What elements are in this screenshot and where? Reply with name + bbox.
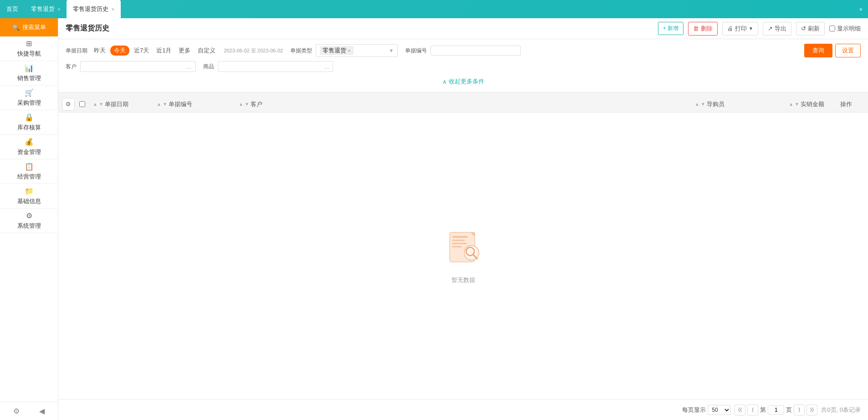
filter-row-2: 客户 ... 商品 ... xyxy=(66,61,861,72)
page-input[interactable] xyxy=(768,405,784,415)
sidebar-item-system[interactable]: ⚙ 系统管理 xyxy=(0,209,58,233)
display-detail-checkbox: 显示明细 xyxy=(829,25,861,33)
sidebar-item-purchase[interactable]: 🛒 采购管理 xyxy=(0,86,58,110)
export-button[interactable]: ↗ 导出 xyxy=(763,22,791,36)
date-btn-more[interactable]: 更多 xyxy=(176,46,193,56)
quick-nav-icon: ⊞ xyxy=(26,39,32,48)
tab-home[interactable]: 首页 xyxy=(0,0,25,18)
tab-return[interactable]: 零售退货 × xyxy=(25,0,67,18)
empty-illustration xyxy=(441,228,486,269)
sidebar-item-sales-label: 销售管理 xyxy=(17,74,41,82)
th-num-label: 单据编号 xyxy=(169,100,192,108)
customer-filter-group: 客户 ... xyxy=(66,61,196,72)
sort-down-icon-5: ▼ xyxy=(795,102,799,107)
filter-area: 单据日期 昨天 今天 近7天 近1月 更多 自定义 2023-06-02 至 2… xyxy=(58,39,868,92)
system-icon: ⚙ xyxy=(26,211,32,220)
sidebar-nav: ⊞ 快捷导航 📊 销售管理 🛒 采购管理 🔒 库存核算 💰 资金管理 📋 xyxy=(0,36,58,402)
tab-return-history[interactable]: 零售退货历史 × xyxy=(67,0,120,18)
th-customer[interactable]: ▲ ▼ 客户 xyxy=(235,100,691,108)
table-select-all[interactable] xyxy=(79,101,85,107)
sidebar-item-quick-nav[interactable]: ⊞ 快捷导航 xyxy=(0,36,58,61)
export-icon: ↗ xyxy=(768,25,773,32)
page-first-btn[interactable]: ⟨⟨ xyxy=(734,405,745,415)
base-info-icon: 📁 xyxy=(25,187,34,195)
type-selector-dropdown-icon: ▼ xyxy=(389,48,394,53)
th-amount[interactable]: ▲ ▼ 实销金额 xyxy=(773,100,828,108)
collapse-up-icon: ∧ xyxy=(442,78,447,85)
page-label: 第 xyxy=(760,406,766,414)
date-btn-1month[interactable]: 近1月 xyxy=(154,46,174,56)
delete-button[interactable]: 🗑 删除 xyxy=(688,22,718,36)
goods-input[interactable] xyxy=(222,63,322,70)
top-tab-bar: 首页 零售退货 × 零售退货历史 × × xyxy=(0,0,868,18)
inventory-icon: 🔒 xyxy=(25,113,34,122)
table-header: ⚙ ▲ ▼ 单据日期 ▲ ▼ 单据编号 ▲ ▼ 客户 xyxy=(58,96,868,113)
page-nav: ⟨⟨ ⟨ 第 页 ⟩ ⟩⟩ xyxy=(734,405,817,415)
tab-return-history-close[interactable]: × xyxy=(111,6,114,12)
sort-down-icon-2: ▼ xyxy=(163,102,167,107)
date-btn-yesterday[interactable]: 昨天 xyxy=(91,46,108,56)
tab-return-close[interactable]: × xyxy=(57,6,60,12)
page-size-dropdown[interactable]: 20 50 100 xyxy=(708,405,731,415)
sidebar-item-base-info[interactable]: 📁 基础信息 xyxy=(0,184,58,209)
toolbar: + 新增 🗑 删除 🖨 打印 ▼ ↗ 导出 ↺ 刷新 xyxy=(658,22,861,36)
svg-rect-3 xyxy=(452,243,467,244)
type-filter-group: 单据类型 零售退货 × ▼ xyxy=(290,44,398,57)
voucher-input[interactable] xyxy=(435,47,517,54)
refresh-icon: ↺ xyxy=(801,25,806,32)
sidebar-item-operations-label: 经营管理 xyxy=(17,173,41,181)
table-header-checkbox-cell xyxy=(75,101,89,107)
display-detail-label: 显示明细 xyxy=(837,25,861,33)
th-date[interactable]: ▲ ▼ 单据日期 xyxy=(89,100,153,108)
refresh-button[interactable]: ↺ 刷新 xyxy=(796,22,825,36)
customer-placeholder-dots: ... xyxy=(186,63,192,70)
window-close-button[interactable]: × xyxy=(859,6,868,13)
sort-down-icon-3: ▼ xyxy=(245,102,249,107)
filter-action-buttons: 查询 设置 xyxy=(804,44,861,57)
page-header: 零售退货历史 + 新增 🗑 删除 🖨 打印 ▼ ↗ 导出 ↺ xyxy=(58,18,868,39)
empty-state: 暂无数据 xyxy=(58,113,868,399)
sidebar-item-inventory-label: 库存核算 xyxy=(17,123,41,132)
customer-input[interactable] xyxy=(84,63,185,70)
new-button[interactable]: + 新增 xyxy=(658,22,683,35)
type-tag: 零售退货 × xyxy=(320,46,353,55)
collapse-btn[interactable]: ∧ 收起更多条件 xyxy=(66,76,861,87)
settings-button[interactable]: 设置 xyxy=(835,44,861,57)
sidebar: 🔍 搜索菜单 ⊞ 快捷导航 📊 销售管理 🛒 采购管理 🔒 库存核算 💰 xyxy=(0,18,58,420)
sidebar-settings-btn[interactable]: ⚙ xyxy=(13,407,20,415)
sort-up-icon-5: ▲ xyxy=(789,102,793,107)
finance-icon: 💰 xyxy=(25,138,34,146)
purchase-icon: 🛒 xyxy=(25,88,34,97)
sidebar-collapse-btn[interactable]: ◀ xyxy=(39,407,45,415)
date-btn-custom[interactable]: 自定义 xyxy=(195,46,218,56)
type-tag-close[interactable]: × xyxy=(348,48,350,53)
page-prev-btn[interactable]: ⟨ xyxy=(747,405,758,415)
page-title: 零售退货历史 xyxy=(66,24,109,33)
date-filter-group: 单据日期 昨天 今天 近7天 近1月 更多 自定义 2023-06-02 至 2… xyxy=(66,46,283,56)
sales-icon: 📊 xyxy=(25,64,34,72)
date-btn-today[interactable]: 今天 xyxy=(110,46,129,56)
sidebar-item-operations[interactable]: 📋 经营管理 xyxy=(0,159,58,184)
sidebar-item-sales[interactable]: 📊 销售管理 xyxy=(0,61,58,86)
sidebar-item-finance[interactable]: 💰 资金管理 xyxy=(0,135,58,159)
sidebar-item-inventory[interactable]: 🔒 库存核算 xyxy=(0,110,58,135)
table-settings-gear[interactable]: ⚙ xyxy=(62,98,75,111)
page-last-btn[interactable]: ⟩⟩ xyxy=(806,405,817,415)
goods-placeholder-dots: ... xyxy=(324,63,329,70)
type-selector[interactable]: 零售退货 × ▼ xyxy=(316,44,398,57)
th-guide-label: 导购员 xyxy=(707,100,724,108)
display-detail-input[interactable] xyxy=(829,26,835,31)
main-layout: 🔍 搜索菜单 ⊞ 快捷导航 📊 销售管理 🛒 采购管理 🔒 库存核算 💰 xyxy=(0,18,868,420)
tab-return-label: 零售退货 xyxy=(31,5,55,13)
svg-rect-4 xyxy=(452,246,462,247)
sidebar-search[interactable]: 🔍 搜索菜单 xyxy=(0,18,58,36)
date-btn-7days[interactable]: 近7天 xyxy=(131,46,152,56)
page-next-btn[interactable]: ⟩ xyxy=(794,405,805,415)
search-icon: 🔍 xyxy=(12,24,20,31)
goods-input-wrap: ... xyxy=(218,61,334,72)
th-guide[interactable]: ▲ ▼ 导购员 xyxy=(691,100,773,108)
print-button[interactable]: 🖨 打印 ▼ xyxy=(722,22,758,36)
query-button[interactable]: 查询 xyxy=(804,44,832,57)
sort-up-icon-2: ▲ xyxy=(157,102,161,107)
th-num[interactable]: ▲ ▼ 单据编号 xyxy=(153,100,235,108)
